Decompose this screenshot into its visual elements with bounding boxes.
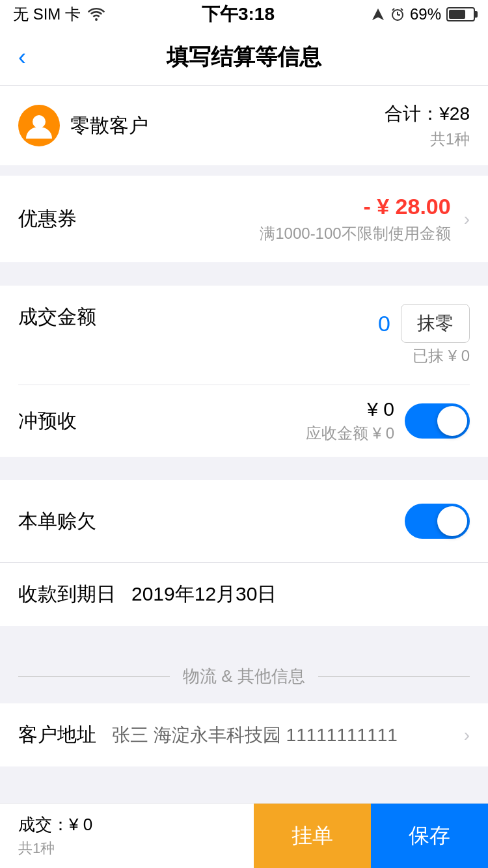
- nav-bar: ‹ 填写结算等信息: [0, 29, 488, 86]
- coupon-right: - ¥ 28.00 满1000-100不限制使用金额 ›: [260, 194, 470, 244]
- location-icon: [371, 7, 385, 21]
- coupon-sub: 满1000-100不限制使用金额: [260, 223, 450, 244]
- hold-button[interactable]: 挂单: [254, 804, 371, 868]
- svg-line-3: [392, 8, 394, 10]
- transaction-sub: 已抹 ¥ 0: [413, 346, 470, 366]
- customer-total: 合计：¥28: [385, 102, 470, 126]
- back-button[interactable]: ‹: [18, 44, 26, 71]
- customer-right: 合计：¥28 共1种: [385, 102, 470, 150]
- bottom-bar: 成交：¥ 0 共1种 挂单 保存: [0, 803, 488, 868]
- address-row[interactable]: 客户地址 张三 海淀永丰科技园 11111111111 ›: [0, 703, 488, 766]
- coupon-label: 优惠券: [18, 206, 77, 232]
- transaction-value: 0: [364, 311, 390, 336]
- bottom-summary-sub: 共1种: [18, 839, 236, 858]
- bottom-summary: 成交：¥ 0 共1种: [0, 804, 254, 868]
- address-label: 客户地址: [18, 722, 96, 748]
- address-chevron-icon: ›: [464, 725, 470, 746]
- alarm-icon: [390, 7, 405, 21]
- customer-left: 零散客户: [18, 105, 148, 146]
- prepay-sub-value: 应收金额 ¥ 0: [306, 423, 394, 444]
- customer-card: 零散客户 合计：¥28 共1种: [0, 86, 488, 165]
- status-bar: 无 SIM 卡 下午3:18 69%: [0, 0, 488, 29]
- prepay-row: 冲预收 ¥ 0 应收金额 ¥ 0: [0, 385, 488, 457]
- bottom-summary-label: 成交：: [18, 815, 69, 834]
- page-title: 填写结算等信息: [167, 42, 321, 72]
- prepay-toggle[interactable]: [405, 403, 470, 439]
- prepay-amounts: ¥ 0 应收金额 ¥ 0: [306, 398, 394, 444]
- sim-status: 无 SIM 卡: [13, 4, 81, 25]
- status-right: 69%: [371, 5, 475, 23]
- section-sep-1: [0, 273, 488, 286]
- wifi-icon: [87, 8, 105, 21]
- battery-percent: 69%: [410, 5, 441, 23]
- prepay-label: 冲预收: [18, 408, 77, 435]
- battery-icon: [446, 7, 475, 21]
- content: 零散客户 合计：¥28 共1种 优惠券 - ¥ 28.00 满1000-100不…: [0, 86, 488, 855]
- debt-toggle-knob: [437, 506, 467, 536]
- bottom-summary-top: 成交：¥ 0: [18, 813, 236, 836]
- coupon-row[interactable]: 优惠券 - ¥ 28.00 满1000-100不限制使用金额 ›: [0, 176, 488, 262]
- prepay-right: ¥ 0 应收金额 ¥ 0: [306, 398, 470, 444]
- toggle-knob: [437, 406, 467, 436]
- due-date-row: 收款到期日 2019年12月30日: [0, 562, 488, 626]
- debt-label: 本单赊欠: [18, 508, 96, 535]
- status-time: 下午3:18: [202, 2, 275, 27]
- due-date-value: 2019年12月30日: [131, 581, 277, 608]
- transaction-amount-row: 成交金额 0 抹零 已抹 ¥ 0: [0, 286, 488, 385]
- customer-name: 零散客户: [70, 113, 148, 139]
- prepay-main-value: ¥ 0: [306, 398, 394, 420]
- debt-toggle[interactable]: [405, 504, 470, 539]
- coupon-value: - ¥ 28.00: [260, 194, 450, 219]
- address-value: 张三 海淀永丰科技园 11111111111: [112, 723, 459, 748]
- transaction-card: 成交金额 0 抹零 已抹 ¥ 0 冲预收 ¥ 0 应收金额 ¥ 0: [0, 286, 488, 457]
- svg-line-4: [401, 8, 403, 10]
- user-icon: [23, 110, 55, 141]
- svg-point-5: [33, 115, 46, 128]
- transaction-right: 0 抹零: [364, 304, 470, 343]
- logistics-line-left: [18, 676, 170, 677]
- debt-row: 本单赊欠: [0, 480, 488, 562]
- customer-row: 零散客户 合计：¥28 共1种: [0, 86, 488, 165]
- logistics-line-right: [318, 676, 470, 677]
- bottom-summary-value: ¥ 0: [69, 815, 92, 834]
- transaction-label: 成交金额: [18, 304, 96, 331]
- customer-count: 共1种: [385, 129, 470, 150]
- logistics-section-label: 物流 & 其他信息: [183, 665, 305, 688]
- status-left: 无 SIM 卡: [13, 4, 105, 25]
- save-button[interactable]: 保存: [371, 804, 488, 868]
- logistics-header: 物流 & 其他信息: [0, 649, 488, 703]
- address-card: 客户地址 张三 海淀永丰科技园 11111111111 ›: [0, 703, 488, 766]
- round-button[interactable]: 抹零: [401, 304, 470, 343]
- section-sep-3: [0, 636, 488, 649]
- debt-card: 本单赊欠 收款到期日 2019年12月30日: [0, 480, 488, 626]
- due-date-label: 收款到期日: [18, 581, 116, 608]
- chevron-icon: ›: [464, 209, 470, 230]
- coupon-value-col: - ¥ 28.00 满1000-100不限制使用金额: [260, 194, 450, 244]
- coupon-card: 优惠券 - ¥ 28.00 满1000-100不限制使用金额 ›: [0, 176, 488, 262]
- avatar: [18, 105, 60, 146]
- section-sep-2: [0, 467, 488, 480]
